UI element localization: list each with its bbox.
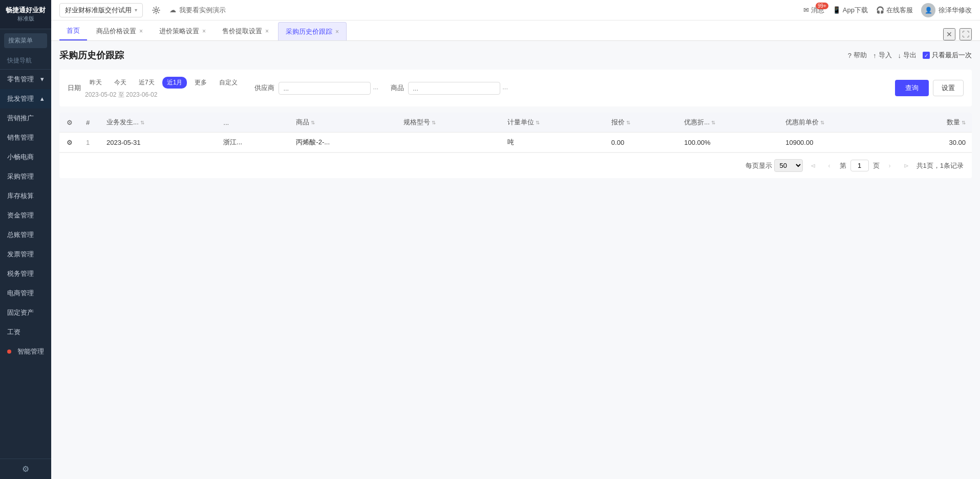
demo-button[interactable]: ☁ 我要看实例演示 [169, 6, 226, 15]
chevron-up-icon: ▴ [40, 95, 44, 102]
total-info: 共1页，1条记录 [917, 161, 964, 170]
sidebar-item-marketing[interactable]: 营销推广 [0, 108, 51, 128]
supplier-more-icon[interactable]: ··· [373, 84, 378, 92]
last-page-button[interactable]: ⊳ [900, 160, 912, 172]
logo-title: 畅捷通好业财 [6, 6, 46, 15]
data-table: ⚙ # 业务发生... ⇅ ... [59, 113, 972, 153]
next-page-button[interactable]: › [884, 160, 896, 172]
sidebar-item-ecommerce[interactable]: 电商管理 [0, 284, 51, 303]
import-button[interactable]: ↑ 导入 [873, 51, 892, 60]
sidebar-item-ecommerce-label: 电商管理 [7, 289, 34, 298]
sidebar-item-tax[interactable]: 税务管理 [0, 264, 51, 284]
data-table-wrap: ⚙ # 业务发生... ⇅ ... [59, 113, 972, 178]
filter-area: 日期 昨天 今天 近7天 近1月 更多 自定义 2023-05-02 至 202… [59, 70, 972, 106]
sidebar-item-salary[interactable]: 工资 [0, 322, 51, 342]
date-btn-yesterday[interactable]: 昨天 [85, 77, 106, 89]
sidebar-settings-area: ⚙ [0, 459, 51, 479]
th-more[interactable]: ... [217, 113, 290, 133]
goods-input-wrap: ··· [408, 82, 508, 95]
first-page-button[interactable]: ⊲ [807, 160, 819, 172]
sidebar-item-wholesale[interactable]: 批发管理 ▴ [0, 89, 51, 108]
tab-purchase-history[interactable]: 采购历史价跟踪 × [278, 22, 347, 40]
th-gear[interactable]: ⚙ [59, 113, 80, 133]
row-gear[interactable]: ⚙ [59, 133, 80, 153]
settings-icon[interactable]: ⚙ [22, 464, 29, 474]
th-spec[interactable]: 规格型号 ⇅ [397, 113, 501, 133]
tab-sale-price[interactable]: 售价提取设置 × [215, 22, 276, 40]
sidebar-item-invoice-label: 发票管理 [7, 250, 34, 259]
row-date: 2023-05-31 [100, 133, 217, 153]
version-select[interactable]: 好业财标准版交付试用 ▾ [59, 3, 143, 17]
goods-more-icon[interactable]: ··· [502, 84, 508, 92]
close-icon[interactable]: × [139, 28, 143, 35]
sidebar-item-ledger[interactable]: 总账管理 [0, 225, 51, 245]
close-icon[interactable]: × [202, 28, 206, 35]
question-icon: ? [848, 52, 851, 59]
sidebar-item-smart[interactable]: 智能管理 [0, 342, 51, 361]
th-goods[interactable]: 商品 ⇅ [290, 113, 397, 133]
date-btn-1month[interactable]: 近1月 [162, 77, 187, 89]
th-discount[interactable]: 优惠折... ⇅ [678, 113, 779, 133]
sidebar-item-inventory[interactable]: 库存核算 [0, 186, 51, 206]
sidebar-item-invoice[interactable]: 发票管理 [0, 245, 51, 264]
topbar: 好业财标准版交付试用 ▾ ☁ 我要看实例演示 ✉ 消息 99+ 📱 App下载 … [51, 0, 980, 20]
row-unit: 吨 [501, 133, 605, 153]
date-btn-more[interactable]: 更多 [190, 77, 211, 89]
search-menu-button[interactable]: 搜索菜单 [4, 33, 47, 48]
settings-button[interactable]: 设置 [933, 80, 964, 96]
tab-home[interactable]: 首页 [59, 22, 87, 40]
th-date[interactable]: 业务发生... ⇅ [100, 113, 217, 133]
close-icon[interactable]: × [265, 28, 269, 35]
sidebar-item-sales[interactable]: 销售管理 [0, 128, 51, 147]
supplier-input[interactable] [279, 82, 371, 95]
demo-label: 我要看实例演示 [179, 6, 226, 15]
close-window-button[interactable]: ✕ [943, 28, 955, 40]
export-label: 导出 [903, 51, 917, 60]
table-row: ⚙ 1 2023-05-31 浙江... 丙烯酸-2-... 吨 0.00 10… [59, 133, 972, 153]
only-last-checkbox[interactable]: ✓ 只看最后一次 [923, 51, 972, 60]
sidebar-item-finance-label: 资金管理 [7, 211, 34, 220]
goods-input[interactable] [408, 82, 500, 95]
th-price[interactable]: 报价 ⇅ [605, 113, 678, 133]
logo-badge: 标准版 [17, 15, 34, 23]
prev-page-button[interactable]: ‹ [823, 160, 836, 172]
page-suffix: 页 [873, 161, 880, 170]
th-pre-price[interactable]: 优惠前单价 ⇅ [779, 113, 899, 133]
help-button[interactable]: ? 帮助 [848, 51, 867, 60]
tab-price[interactable]: 商品价格设置 × [89, 22, 150, 40]
sidebar-item-finance[interactable]: 资金管理 [0, 206, 51, 225]
date-options: 昨天 今天 近7天 近1月 更多 自定义 2023-05-02 至 2023-0… [85, 77, 242, 99]
th-qty[interactable]: 数量 ⇅ [899, 113, 972, 133]
date-btn-custom[interactable]: 自定义 [215, 77, 242, 89]
query-button[interactable]: 查询 [895, 80, 929, 96]
date-btn-7days[interactable]: 近7天 [134, 77, 159, 89]
th-unit[interactable]: 计量单位 ⇅ [501, 113, 605, 133]
tab-strategy[interactable]: 进价策略设置 × [152, 22, 213, 40]
sidebar-item-assets[interactable]: 固定资产 [0, 303, 51, 322]
sidebar-item-ledger-label: 总账管理 [7, 230, 34, 239]
notifications-button[interactable]: ✉ 消息 99+ [803, 6, 824, 15]
close-icon[interactable]: × [335, 28, 339, 35]
date-btn-today[interactable]: 今天 [110, 77, 131, 89]
export-button[interactable]: ↓ 导出 [898, 51, 917, 60]
app-download-button[interactable]: 📱 App下载 [833, 6, 868, 15]
page-content: 采购历史价跟踪 ? 帮助 ↑ 导入 ↓ 导出 ✓ 只看最后一次 [51, 41, 980, 479]
sidebar-item-tax-label: 税务管理 [7, 269, 34, 278]
maximize-window-button[interactable]: ⛶ [960, 28, 972, 40]
tab-strategy-label: 进价策略设置 [159, 27, 199, 36]
online-service-button[interactable]: 🎧 在线客服 [876, 6, 913, 15]
window-controls: ✕ ⛶ [943, 28, 972, 40]
svg-point-0 [155, 9, 158, 11]
chevron-down-icon: ▾ [135, 7, 137, 13]
avatar: 👤 [921, 3, 935, 17]
page-number-input[interactable] [850, 160, 869, 171]
row-qty: 30.00 [899, 133, 972, 153]
sort-icon: ⇅ [820, 120, 824, 125]
sidebar-item-ecommerce-small[interactable]: 小畅电商 [0, 147, 51, 167]
sidebar-item-retail[interactable]: 零售管理 ▾ [0, 70, 51, 89]
topbar-settings-button[interactable] [149, 3, 163, 17]
sidebar-item-purchase[interactable]: 采购管理 [0, 167, 51, 186]
user-menu-button[interactable]: 👤 徐泽华修改 [921, 3, 972, 17]
per-page-select[interactable]: 10 20 50 100 [774, 159, 803, 172]
sort-icon: ⇅ [432, 120, 436, 125]
